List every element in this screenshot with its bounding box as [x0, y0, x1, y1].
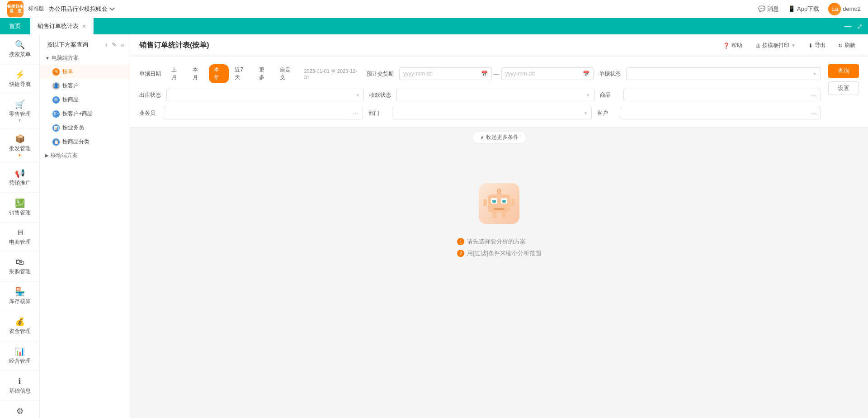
- scheme-edit-btn[interactable]: ✎: [112, 41, 117, 48]
- user-name: demo2: [843, 5, 861, 12]
- scheme-item-by-customer-goods[interactable]: 客+ 按客户+商品: [40, 107, 130, 121]
- sidebar-item-operation[interactable]: 📊 经营管理: [0, 341, 39, 371]
- shipment-select[interactable]: ▼: [166, 89, 364, 101]
- group-expand-arrow-icon: ▼: [45, 56, 50, 61]
- scheme-panel-title: 按以下方案查询: [47, 41, 88, 49]
- status-select[interactable]: ▼: [626, 67, 821, 80]
- export-btn[interactable]: ⬇ 导出: [805, 40, 829, 51]
- date-btn-custom[interactable]: 自定义: [275, 64, 300, 83]
- scheme-icon-customer-goods: 客+: [52, 110, 60, 118]
- sidebar-item-marketing[interactable]: 📢 营销推广: [0, 163, 39, 193]
- app-logo: 畅捷通 好生意: [7, 1, 24, 17]
- department-select[interactable]: ▼: [392, 107, 592, 119]
- search-icon: 🔍: [4, 40, 36, 50]
- collapse-more-btn[interactable]: ∧ 收起更多条件: [472, 131, 526, 143]
- scheme-item-by-category[interactable]: 📋 按商品分类: [40, 135, 130, 149]
- empty-state: 1 请先选择要分析的方案 2 用[过滤]条件来缩小分析范围: [130, 147, 868, 297]
- scheme-collapse-btn[interactable]: «: [121, 41, 124, 48]
- message-btn[interactable]: 💬 消息: [758, 5, 779, 13]
- robot-icon: [479, 183, 519, 224]
- user-menu[interactable]: Ea demo2: [828, 3, 861, 15]
- maximize-icon[interactable]: ⤢: [857, 22, 863, 31]
- scheme-icon-salesman: 📊: [52, 124, 60, 132]
- account-name: 办公用品行业模拟账套: [49, 5, 108, 13]
- date-btn-more[interactable]: 更多: [254, 64, 274, 83]
- scheme-group-pc[interactable]: ▼ 电脑端方案: [40, 52, 130, 65]
- sidebar-item-ecommerce[interactable]: 🖥 电商管理: [0, 223, 39, 252]
- empty-hints: 1 请先选择要分析的方案 2 用[过滤]条件来缩小分析范围: [457, 238, 541, 261]
- help-icon: ❓: [723, 43, 730, 49]
- content-area: 按以下方案查询 + ✎ « ▼ 电脑端方案 按 按单 👤 按客户 商: [40, 34, 868, 418]
- date-btn-7days[interactable]: 近7天: [230, 64, 253, 83]
- date-separator: —: [494, 71, 500, 77]
- date-filter-group: 上月 本月 本年 近7天 更多 自定义 2023-01-01 至 2023-12…: [166, 64, 361, 83]
- department-dropdown-icon: ▼: [583, 111, 588, 116]
- tab-sales-stat[interactable]: 销售订单统计表 ×: [30, 18, 94, 34]
- svg-rect-9: [511, 199, 515, 206]
- delivery-end-input[interactable]: yyyy-mm-dd 📅: [501, 67, 594, 80]
- scheme-group-mobile-label: 移动端方案: [51, 152, 78, 159]
- sidebar-item-retail[interactable]: 🛒 零售管理 ▼: [0, 94, 39, 128]
- scheme-group-mobile[interactable]: ▶ 移动端方案: [40, 149, 130, 162]
- scheme-item-by-goods[interactable]: 商 按商品: [40, 93, 130, 107]
- basic-icon: ℹ: [4, 376, 36, 386]
- scheme-icon-category: 📋: [52, 138, 60, 146]
- scheme-item-by-order[interactable]: 按 按单: [40, 65, 130, 79]
- collapse-bar: ∧ 收起更多条件: [130, 127, 868, 147]
- system-icon: ⚙: [4, 406, 36, 416]
- svg-rect-11: [501, 213, 506, 218]
- date-btn-last-month[interactable]: 上月: [166, 64, 187, 83]
- main-layout: 🔍 搜索菜单 ⚡ 快捷导航 🛒 零售管理 ▼ 📦 批发管理 ▲ 📢 营销推广 💹…: [0, 34, 868, 418]
- sidebar-item-basic[interactable]: ℹ 基础信息: [0, 371, 39, 401]
- sidebar-item-sales[interactable]: 💹 销售管理: [0, 193, 39, 223]
- filter-row-1: 单据日期 上月 本月 本年 近7天 更多 自定义 20: [139, 64, 821, 83]
- download-icon: 📱: [788, 5, 795, 12]
- scheme-panel: 按以下方案查询 + ✎ « ▼ 电脑端方案 按 按单 👤 按客户 商: [40, 34, 130, 418]
- scheme-icon-goods: 商: [52, 96, 60, 104]
- page-header: 销售订单统计表(按单) ❓ 帮助 🖨 按模板打印 ▼ ⬇ 导出: [130, 34, 868, 57]
- svg-point-7: [497, 189, 501, 192]
- scheme-add-btn[interactable]: +: [104, 41, 108, 48]
- scheme-item-by-salesman[interactable]: 📊 按业务员: [40, 121, 130, 135]
- svg-rect-10: [492, 213, 497, 218]
- calendar-icon: 📅: [481, 71, 488, 77]
- sidebar-item-system[interactable]: ⚙ 系统管理: [0, 401, 39, 418]
- minimize-icon[interactable]: —: [844, 22, 851, 30]
- goods-picker[interactable]: ···: [623, 89, 821, 101]
- sidebar-item-wholesale[interactable]: 📦 批发管理 ▲: [0, 128, 39, 163]
- settings-button[interactable]: 设置: [828, 81, 859, 95]
- ecommerce-icon: 🖥: [4, 228, 36, 238]
- date-btn-this-year[interactable]: 本年: [209, 64, 229, 83]
- scheme-item-by-customer[interactable]: 👤 按客户: [40, 79, 130, 93]
- date-btn-this-month[interactable]: 本月: [188, 64, 208, 83]
- query-button[interactable]: 查询: [828, 64, 859, 78]
- app-download-btn[interactable]: 📱 App下载: [788, 5, 819, 13]
- goods-label: 商品: [600, 91, 618, 99]
- refresh-btn[interactable]: ↻ 刷新: [835, 40, 859, 51]
- scheme-group-pc-label: 电脑端方案: [52, 54, 79, 62]
- tab-window-actions: — ⤢: [839, 18, 868, 34]
- shipment-dropdown-icon: ▼: [355, 93, 360, 98]
- tab-home[interactable]: 首页: [0, 18, 30, 34]
- operation-icon: 📊: [4, 347, 36, 356]
- message-icon: 💬: [758, 5, 765, 12]
- tab-close-icon[interactable]: ×: [82, 23, 86, 30]
- date-shortcuts: 上月 本月 本年 近7天 更多 自定义: [166, 64, 300, 83]
- print-btn[interactable]: 🖨 按模板打印 ▼: [751, 40, 799, 51]
- help-btn[interactable]: ❓ 帮助: [719, 40, 746, 51]
- print-dropdown-icon: ▼: [791, 43, 796, 48]
- customer-picker[interactable]: ···: [621, 107, 821, 119]
- payment-select[interactable]: ▼: [396, 89, 594, 101]
- account-dropdown[interactable]: 办公用品行业模拟账套: [49, 5, 115, 13]
- delivery-start-input[interactable]: yyyy-mm-dd 📅: [399, 67, 492, 80]
- group-collapsed-arrow-icon: ▶: [45, 153, 49, 158]
- sidebar-item-quick-nav[interactable]: ⚡ 快捷导航: [0, 64, 39, 94]
- salesman-picker[interactable]: ···: [163, 107, 363, 119]
- sidebar-item-inventory[interactable]: 🏪 库存核算: [0, 281, 39, 311]
- payment-dropdown-icon: ▼: [586, 93, 590, 98]
- sidebar-item-purchase[interactable]: 🛍 采购管理: [0, 252, 39, 281]
- main-content: 销售订单统计表(按单) ❓ 帮助 🖨 按模板打印 ▼ ⬇ 导出: [130, 34, 868, 418]
- date-label: 单据日期: [139, 70, 161, 78]
- sidebar-item-search[interactable]: 🔍 搜索菜单: [0, 34, 39, 64]
- sidebar-item-finance[interactable]: 💰 资金管理: [0, 311, 39, 341]
